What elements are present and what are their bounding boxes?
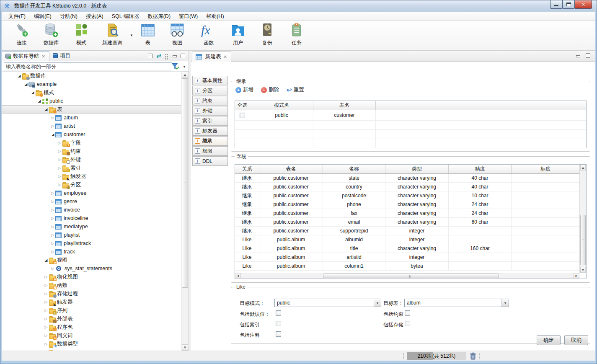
table-tool[interactable]: 表 — [136, 23, 160, 46]
expand-arrow[interactable]: ▷ — [57, 183, 62, 187]
fields-horizontal-scrollbar[interactable]: ◄ ► — [235, 273, 579, 279]
field-row[interactable]: Likepublic.albumcolumn1bytea — [235, 262, 579, 271]
tree-item-datatypes[interactable]: ▷数据类型 — [2, 340, 181, 348]
tree-item-foreign-keys[interactable]: ▷外键 — [2, 155, 181, 164]
database-tool[interactable]: 数据库 — [38, 23, 65, 46]
maximize-button[interactable] — [562, 0, 575, 9]
scroll-down-button[interactable]: ▼ — [580, 267, 586, 273]
expand-arrow[interactable]: ▷ — [57, 149, 62, 153]
expand-arrow[interactable]: ▷ — [44, 342, 49, 346]
tree-item-functions[interactable]: ▷函数 — [2, 281, 181, 289]
minimize-button[interactable] — [550, 0, 563, 9]
tree-item-playlisttrack[interactable]: ▷playlisttrack — [2, 239, 181, 248]
tree-item-columns[interactable]: ▷字段 — [2, 139, 181, 147]
include-indexes-checkbox[interactable] — [276, 321, 281, 326]
tree-item-packages[interactable]: ▷程序包 — [2, 323, 181, 331]
tree-item-triggers[interactable]: ▷触发器 — [2, 172, 181, 181]
expand-arrow[interactable]: ◢ — [44, 107, 49, 111]
tree-item-databases[interactable]: ◢数据库 — [2, 72, 181, 80]
expand-arrow[interactable]: ▷ — [57, 166, 62, 170]
tree-item-materialized-views[interactable]: ▷物化视图 — [2, 273, 181, 281]
expand-arrow[interactable]: ▷ — [44, 283, 49, 287]
delete-inherit-button[interactable]: −删除 — [261, 86, 279, 93]
tree-scrollbar[interactable]: ▲ ▼ — [181, 72, 189, 351]
link-editor-icon[interactable]: ⇄ — [156, 52, 161, 59]
tree-item-views[interactable]: ◢视图 — [2, 256, 181, 264]
include-storage-checkbox[interactable] — [405, 321, 410, 326]
field-row[interactable]: 继承public.customeremailcharacter varying6… — [235, 218, 579, 227]
ok-button[interactable]: 确定 — [537, 335, 561, 345]
expand-arrow[interactable]: ▷ — [50, 216, 55, 220]
include-comments-checkbox[interactable] — [276, 331, 281, 337]
tree-item-sequences[interactable]: ▷序列 — [2, 306, 181, 315]
scroll-thumb[interactable] — [182, 78, 188, 288]
category-inherit[interactable]: i继承 — [192, 136, 228, 146]
expand-arrow[interactable]: ▷ — [50, 241, 55, 245]
tree-filter-input[interactable] — [4, 62, 172, 70]
expand-arrow[interactable]: ◢ — [30, 90, 35, 95]
tree-item-artist[interactable]: ▷artist — [2, 122, 181, 130]
scroll-up-button[interactable]: ▲ — [182, 72, 188, 78]
expand-arrow[interactable]: ▷ — [50, 208, 55, 212]
category-basic-properties[interactable]: i基本属性 — [192, 76, 228, 85]
view-menu-icon[interactable] — [165, 54, 166, 55]
category-foreign-key[interactable]: i外键 — [192, 106, 228, 116]
tree-item-customer[interactable]: ◢customer — [2, 130, 181, 139]
field-row[interactable]: 继承public.customercountrycharacter varyin… — [235, 183, 579, 191]
editor-maximize-icon[interactable] — [586, 53, 590, 58]
field-row[interactable]: 继承public.customerphonecharacter varying2… — [235, 200, 579, 209]
expand-arrow[interactable]: ▷ — [57, 141, 62, 145]
expand-arrow[interactable]: ▷ — [44, 333, 49, 338]
expand-arrow[interactable]: ▷ — [50, 116, 55, 120]
tree-item-employee[interactable]: ▷employee — [2, 189, 181, 197]
field-row[interactable]: 继承public.customerpostalcodecharacter var… — [235, 191, 579, 200]
category-constraint[interactable]: i约束 — [192, 96, 228, 106]
scroll-thumb[interactable] — [580, 215, 586, 265]
reset-inherit-button[interactable]: ↪重置 — [287, 86, 304, 93]
tree-item-mediatype[interactable]: ▷mediatype — [2, 222, 181, 231]
function-tool[interactable]: fx 函数 — [195, 23, 222, 46]
expand-arrow[interactable]: ▷ — [44, 308, 49, 312]
expand-arrow[interactable]: ▷ — [50, 250, 55, 254]
expand-arrow[interactable]: ▷ — [50, 191, 55, 195]
row-checkbox[interactable] — [240, 113, 245, 118]
tree-item-invoiceline[interactable]: ▷invoiceline — [2, 214, 181, 222]
menu-window[interactable]: 窗口(W) — [175, 12, 202, 21]
expand-arrow[interactable]: ▷ — [57, 157, 62, 162]
scroll-thumb[interactable] — [323, 274, 499, 278]
menu-database[interactable]: 数据库(D) — [143, 12, 175, 21]
category-privileges[interactable]: i权限 — [192, 146, 228, 156]
user-tool[interactable]: 用户 — [225, 23, 251, 46]
editor-minimize-icon[interactable] — [576, 55, 580, 57]
category-ddl[interactable]: iDDL — [192, 156, 228, 166]
close-button[interactable]: ✕ — [574, 0, 592, 9]
menu-file[interactable]: 文件(F) — [4, 12, 30, 21]
expand-arrow[interactable]: ▷ — [44, 325, 49, 329]
category-index[interactable]: i索引 — [192, 116, 228, 126]
expand-arrow[interactable]: ▷ — [50, 225, 55, 229]
expand-arrow[interactable]: ◢ — [23, 82, 28, 86]
tab-close-icon[interactable]: ✕ — [41, 54, 46, 59]
tree-item-triggers-schema[interactable]: ▷触发器 — [2, 298, 181, 306]
category-partition[interactable]: i分区 — [192, 86, 228, 96]
field-row[interactable]: 继承public.customersupportrepidinteger — [235, 227, 579, 235]
expand-arrow[interactable]: ▷ — [50, 124, 55, 128]
include-defaults-checkbox[interactable] — [276, 310, 281, 316]
field-row[interactable]: 继承public.customerstatecharacter varying4… — [235, 174, 579, 183]
scroll-up-button[interactable]: ▲ — [580, 165, 586, 170]
expand-arrow[interactable]: ▷ — [44, 317, 49, 321]
task-tool[interactable]: 任务 — [283, 23, 310, 46]
menu-help[interactable]: 帮助(H) — [202, 12, 228, 21]
connect-tool[interactable]: 连接 — [8, 23, 35, 46]
tree-item-invoice[interactable]: ▷invoice — [2, 206, 181, 214]
scroll-right-button[interactable]: ► — [574, 273, 579, 278]
expand-arrow[interactable]: ◢ — [44, 258, 49, 262]
tree-item-constraints[interactable]: ▷约束 — [2, 147, 181, 155]
tab-project[interactable]: 项目 — [49, 51, 74, 61]
menu-navigate[interactable]: 导航(N) — [56, 12, 82, 21]
field-row[interactable]: Likepublic.albumartistidinteger — [235, 253, 579, 262]
scroll-down-button[interactable]: ▼ — [182, 344, 188, 351]
tree-item-public-schema[interactable]: ◢public — [2, 97, 181, 105]
tree-item-sys-stat-statements[interactable]: ▷sys_stat_statements — [2, 264, 181, 273]
expand-arrow[interactable]: ▷ — [44, 300, 49, 304]
